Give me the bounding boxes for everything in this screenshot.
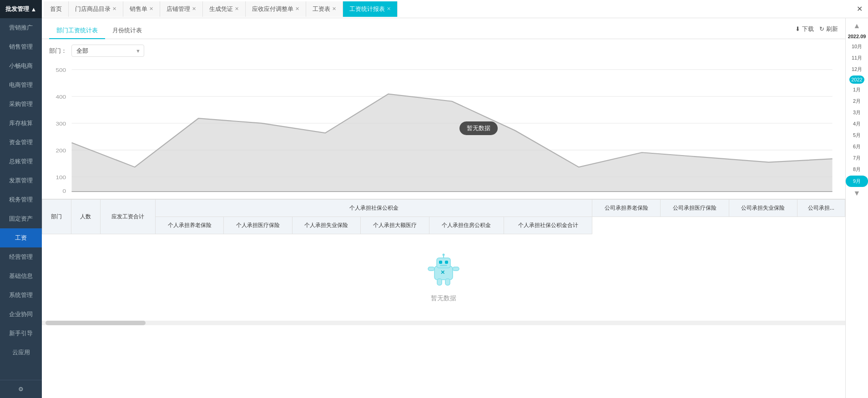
tab-payroll-table-close[interactable]: ✕ <box>332 6 336 12</box>
chart-area: 500 400 300 200 100 0 <box>42 62 845 199</box>
sub-tab-actions: ⬇ 下载 ↻ 刷新 <box>795 25 838 37</box>
sidebar-item-assets[interactable]: 固定资产 <box>0 209 42 228</box>
tab-payroll-stats[interactable]: 工资统计报表 ✕ <box>343 1 398 17</box>
timeline-month-9[interactable]: 9月 <box>846 176 868 187</box>
tab-store[interactable]: 店铺管理 ✕ <box>160 1 203 17</box>
sub-tab-dept-stats[interactable]: 部门工资统计表 <box>49 23 105 39</box>
tab-voucher-close[interactable]: ✕ <box>235 6 239 12</box>
sidebar-item-finance[interactable]: 资金管理 <box>0 133 42 152</box>
sub-tabs: 部门工资统计表 月份统计表 ⬇ 下载 ↻ 刷新 <box>42 18 845 39</box>
col-personal-large-medical: 个人承担大额医疗 <box>361 217 429 234</box>
tab-receivable[interactable]: 应收应付调整单 ✕ <box>246 1 306 17</box>
timeline-month-12[interactable]: 12月 <box>846 64 868 75</box>
col-personal-total: 个人承担社保公积金合计 <box>504 217 592 234</box>
tab-sales-order[interactable]: 销售单 ✕ <box>123 1 160 17</box>
empty-state: ✕ 暂无数据 <box>42 234 845 321</box>
col-personal-pension: 个人承担养老保险 <box>156 217 224 234</box>
tab-home[interactable]: 首页 <box>44 1 69 17</box>
download-icon: ⬇ <box>795 25 800 32</box>
timeline-month-5[interactable]: 5月 <box>846 130 868 141</box>
page-content: 部门工资统计表 月份统计表 ⬇ 下载 ↻ 刷新 <box>42 18 845 398</box>
sidebar-arrow-icon: ▲ <box>31 6 37 13</box>
svg-text:0: 0 <box>63 188 66 194</box>
timeline-month-3[interactable]: 3月 <box>846 107 868 118</box>
content-area: 部门工资统计表 月份统计表 ⬇ 下载 ↻ 刷新 <box>42 18 868 398</box>
refresh-icon: ↻ <box>819 25 824 32</box>
sidebar-item-basic[interactable]: 基础信息 <box>0 267 42 286</box>
sidebar-item-enterprise[interactable]: 企业协同 <box>0 305 42 324</box>
sidebar-item-operation[interactable]: 经营管理 <box>0 247 42 267</box>
timeline-month-1[interactable]: 1月 <box>846 84 868 96</box>
sidebar-item-tax[interactable]: 税务管理 <box>0 190 42 209</box>
col-total-salary: 应发工资合计 <box>100 200 156 234</box>
col-company-more: 公司承担... <box>797 200 845 217</box>
sidebar-item-ecommerce[interactable]: 电商管理 <box>0 76 42 95</box>
timeline-month-7[interactable]: 7月 <box>846 152 868 164</box>
svg-rect-21 <box>453 267 459 271</box>
sidebar-item-marketing[interactable]: 营销推广 <box>0 18 42 37</box>
tab-bar-end: ✕ <box>853 5 866 13</box>
sidebar-title: 批发管理 <box>5 5 29 13</box>
main-area: 首页 门店商品目录 ✕ 销售单 ✕ 店铺管理 ✕ 生成凭证 ✕ 应收应付调整单 … <box>42 0 868 398</box>
tab-receivable-close[interactable]: ✕ <box>295 6 299 12</box>
sidebar-item-ledger[interactable]: 总账管理 <box>0 152 42 171</box>
tab-products[interactable]: 门店商品目录 ✕ <box>69 1 123 17</box>
tab-sales-order-close[interactable]: ✕ <box>149 6 153 12</box>
svg-text:500: 500 <box>56 67 66 73</box>
download-button[interactable]: ⬇ 下载 <box>795 25 814 33</box>
table-container[interactable]: 部门 人数 应发工资合计 个人承担社保公积金 公司承担养老保险 公司承担医疗保险… <box>42 199 845 398</box>
empty-state-text: 暂无数据 <box>431 294 456 302</box>
timeline-month-6[interactable]: 6月 <box>846 141 868 152</box>
sidebar-item-purchase[interactable]: 采购管理 <box>0 95 42 114</box>
sub-tab-month-stats[interactable]: 月份统计表 <box>105 23 149 39</box>
sidebar-item-inventory[interactable]: 库存核算 <box>0 114 42 133</box>
svg-text:300: 300 <box>56 121 66 127</box>
sidebar-item-invoice[interactable]: 发票管理 <box>0 171 42 190</box>
timeline-month-10[interactable]: 10月 <box>846 41 868 52</box>
chart-svg: 500 400 300 200 100 0 <box>49 62 838 199</box>
timeline-up-button[interactable]: ▲ <box>852 20 863 32</box>
sidebar: 批发管理 ▲ 营销推广 销售管理 小畅电商 电商管理 采购管理 库存核算 资金管… <box>0 0 42 398</box>
svg-rect-22 <box>437 279 442 285</box>
tab-bar: 首页 门店商品目录 ✕ 销售单 ✕ 店铺管理 ✕ 生成凭证 ✕ 应收应付调整单 … <box>42 0 868 18</box>
sidebar-item-guide[interactable]: 新手引导 <box>0 324 42 343</box>
dept-select[interactable]: 全部 销售部 财务部 采购部 技术部 <box>71 45 144 57</box>
sidebar-item-cloud[interactable]: 云应用 <box>0 343 42 362</box>
svg-text:100: 100 <box>56 174 66 181</box>
col-personal-housing: 个人承担住房公积金 <box>429 217 504 234</box>
svg-rect-20 <box>428 267 434 271</box>
horizontal-scrollbar[interactable] <box>42 321 845 325</box>
svg-rect-15 <box>439 261 442 264</box>
svg-text:400: 400 <box>56 94 66 100</box>
col-personal-unemployment: 个人承担失业保险 <box>292 217 360 234</box>
timeline-month-11[interactable]: 11月 <box>846 52 868 64</box>
sidebar-item-ecommerce-small[interactable]: 小畅电商 <box>0 56 42 76</box>
tab-bar-close-icon[interactable]: ✕ <box>857 5 863 13</box>
scrollbar-thumb <box>45 321 146 325</box>
tab-payroll-table[interactable]: 工资表 ✕ <box>306 1 343 17</box>
sidebar-item-system[interactable]: 系统管理 <box>0 286 42 305</box>
svg-marker-12 <box>72 94 833 191</box>
dept-label: 部门： <box>49 47 67 55</box>
col-company-pension: 公司承担养老保险 <box>592 200 661 217</box>
tab-store-close[interactable]: ✕ <box>192 6 196 12</box>
col-company-unemployment: 公司承担失业保险 <box>729 200 797 217</box>
col-count: 人数 <box>71 200 100 234</box>
svg-point-18 <box>443 254 445 256</box>
empty-robot-icon: ✕ <box>425 252 462 289</box>
sidebar-item-payroll[interactable]: 工资 <box>0 228 42 247</box>
timeline-down-button[interactable]: ▼ <box>852 187 863 199</box>
sidebar-header[interactable]: 批发管理 ▲ <box>0 0 42 18</box>
tab-products-close[interactable]: ✕ <box>112 6 116 12</box>
svg-rect-14 <box>437 258 450 268</box>
refresh-button[interactable]: ↻ 刷新 <box>819 25 838 33</box>
svg-rect-19 <box>440 265 447 266</box>
sidebar-item-sales[interactable]: 销售管理 <box>0 37 42 56</box>
sidebar-settings-button[interactable]: ⚙ <box>0 380 42 398</box>
timeline-month-4[interactable]: 4月 <box>846 118 868 130</box>
timeline-month-2[interactable]: 2月 <box>846 96 868 107</box>
timeline-month-8[interactable]: 8月 <box>846 164 868 175</box>
tab-payroll-stats-close[interactable]: ✕ <box>387 6 391 12</box>
timeline-year-2022[interactable]: 2022 <box>849 76 864 84</box>
tab-voucher[interactable]: 生成凭证 ✕ <box>203 1 246 17</box>
